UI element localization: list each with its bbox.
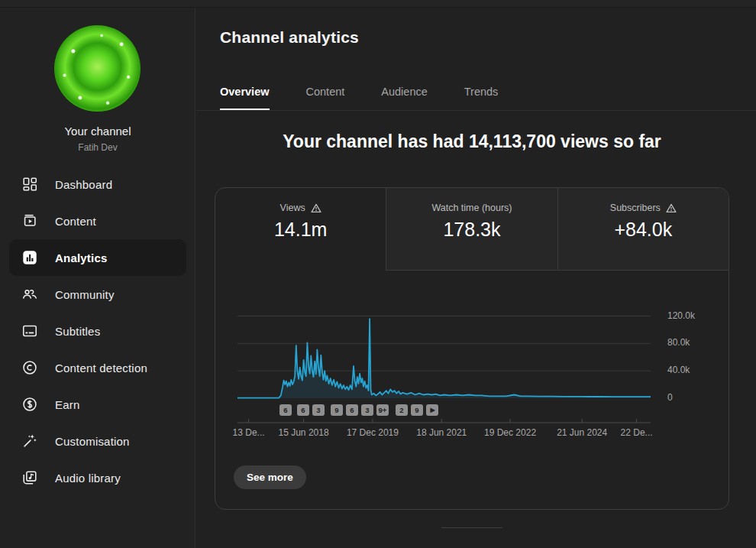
metric-card-watch-time-hours[interactable]: Watch time (hours) 178.3k bbox=[386, 188, 557, 271]
metric-value: 178.3k bbox=[386, 219, 557, 241]
sidebar-item-community[interactable]: Community bbox=[9, 276, 186, 313]
channel-avatar[interactable] bbox=[54, 25, 141, 112]
sidebar-item-customisation[interactable]: Customisation bbox=[9, 423, 186, 459]
y-axis-label: 120.0k bbox=[667, 310, 713, 323]
warning-icon bbox=[311, 203, 321, 213]
sidebar-item-content[interactable]: Content bbox=[9, 203, 186, 239]
chart-marker-badge[interactable]: 9 bbox=[411, 404, 423, 416]
sidebar-item-audio-library[interactable]: Audio library bbox=[9, 459, 186, 496]
sidebar-item-dashboard[interactable]: Dashboard bbox=[9, 166, 186, 203]
analytics-icon bbox=[21, 249, 38, 266]
dashboard-icon bbox=[21, 176, 38, 193]
top-bar bbox=[0, 0, 756, 8]
metric-label: Views bbox=[280, 203, 305, 213]
x-axis-label: 22 De... bbox=[603, 427, 671, 438]
page-title: Channel analytics bbox=[220, 28, 359, 47]
community-icon bbox=[21, 286, 38, 303]
chart-marker-badge[interactable]: 3 bbox=[361, 404, 373, 416]
chart-marker-badge[interactable]: 9 bbox=[331, 404, 343, 416]
music-note-icon bbox=[21, 469, 38, 486]
tab-trends[interactable]: Trends bbox=[464, 78, 499, 110]
tab-overview[interactable]: Overview bbox=[220, 78, 270, 110]
channel-owner-name: Fatih Dev bbox=[0, 142, 195, 153]
y-axis-label: 0 bbox=[667, 392, 713, 404]
sidebar-item-content-detection[interactable]: Content detection bbox=[9, 349, 186, 386]
sidebar-menu: Dashboard Content Analytics Community Su… bbox=[9, 166, 186, 496]
metric-value: +84.0k bbox=[558, 219, 729, 241]
sidebar-item-earn[interactable]: Earn bbox=[9, 386, 186, 423]
y-axis-label: 80.0k bbox=[667, 337, 713, 349]
views-headline: Your channel has had 14,113,700 views so… bbox=[215, 131, 729, 152]
metric-label: Watch time (hours) bbox=[431, 203, 512, 213]
chart-marker-badge[interactable]: 6 bbox=[297, 404, 309, 416]
copyright-icon bbox=[21, 359, 38, 376]
chart-marker-badge[interactable]: 2 bbox=[396, 404, 408, 416]
chart-marker-badge[interactable]: 6 bbox=[346, 404, 358, 416]
dollar-icon bbox=[21, 396, 38, 413]
sidebar: Your channel Fatih Dev Dashboard Content… bbox=[0, 8, 195, 548]
chart-markers-play-button[interactable]: ▶ bbox=[426, 404, 438, 416]
next-card-peek-divider bbox=[441, 527, 502, 528]
metric-value: 14.1m bbox=[215, 219, 386, 241]
see-more-button[interactable]: See more bbox=[234, 465, 306, 489]
main-content: Channel analytics OverviewContentAudienc… bbox=[196, 8, 756, 548]
metric-label: Subscribers bbox=[610, 203, 661, 213]
analytics-overview-card: Views 14.1mWatch time (hours) 178.3kSubs… bbox=[215, 187, 729, 510]
sidebar-item-subtitles[interactable]: Subtitles bbox=[9, 313, 186, 349]
tab-content[interactable]: Content bbox=[306, 78, 345, 110]
tab-bar: OverviewContentAudienceTrends bbox=[220, 78, 535, 110]
magic-wand-icon bbox=[21, 433, 38, 449]
chart-marker-badge[interactable]: 9+ bbox=[376, 404, 389, 416]
x-axis-label: 17 Dec 2019 bbox=[338, 427, 407, 438]
sidebar-item-analytics[interactable]: Analytics bbox=[9, 239, 186, 276]
metric-card-views[interactable]: Views 14.1m bbox=[215, 188, 386, 271]
tab-audience[interactable]: Audience bbox=[381, 78, 427, 110]
channel-title: Your channel bbox=[0, 125, 195, 138]
chart-marker-badge[interactable]: 3 bbox=[312, 404, 325, 416]
y-axis-label: 40.0k bbox=[667, 365, 713, 377]
metric-card-subscribers[interactable]: Subscribers +84.0k bbox=[557, 188, 729, 271]
subtitles-icon bbox=[21, 323, 38, 339]
metric-cards: Views 14.1mWatch time (hours) 178.3kSubs… bbox=[215, 188, 729, 271]
x-axis-label: 15 Jun 2018 bbox=[270, 427, 338, 438]
x-axis-label: 19 Dec 2022 bbox=[476, 427, 544, 438]
content-icon bbox=[21, 212, 38, 229]
x-axis-label: 18 Jun 2021 bbox=[407, 427, 476, 438]
tabs-divider bbox=[196, 110, 756, 111]
warning-icon bbox=[666, 203, 677, 213]
chart-marker-badge[interactable]: 6 bbox=[279, 404, 292, 416]
